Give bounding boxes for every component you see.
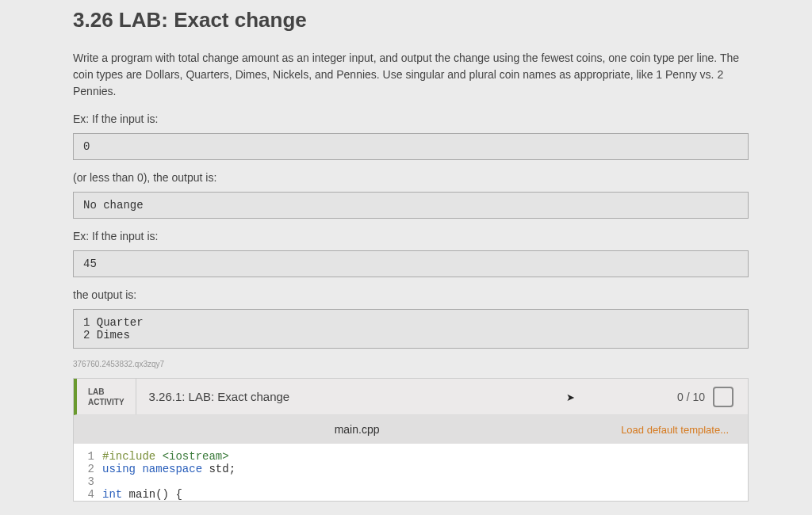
editor-line[interactable]: 3: [74, 475, 748, 488]
example2-output-line: 1 Quarter: [83, 316, 738, 329]
line-number: 3: [74, 475, 102, 488]
editor-line[interactable]: 2using namespace std;: [74, 463, 748, 475]
example2-input-box: 45: [73, 250, 749, 277]
activity-type-line2: ACTIVITY: [88, 397, 124, 407]
example1-output: No change: [83, 199, 738, 212]
example2-input: 45: [83, 258, 738, 270]
cursor-icon: ➤: [566, 391, 575, 403]
load-template-link[interactable]: Load default template...: [621, 424, 729, 436]
code-content[interactable]: int main() {: [102, 488, 182, 501]
page-title: 3.26 LAB: Exact change: [73, 8, 749, 32]
example2-note: the output is:: [73, 288, 749, 301]
description: Write a program with total change amount…: [73, 50, 749, 100]
example1-label: Ex: If the input is:: [73, 113, 749, 125]
file-bar: main.cpp Load default template...: [74, 415, 748, 444]
footer-id: 376760.2453832.qx3zqy7: [73, 360, 749, 368]
line-number: 1: [74, 450, 102, 463]
example1-input-box: 0: [73, 133, 749, 160]
line-number: 2: [74, 463, 102, 475]
example2-label: Ex: If the input is:: [73, 230, 749, 242]
score-checkbox[interactable]: [713, 387, 733, 407]
editor-line[interactable]: 1#include <iostream>: [74, 450, 748, 463]
example2-output-box: 1 Quarter2 Dimes: [73, 309, 749, 349]
activity-type-line1: LAB: [88, 387, 124, 397]
example1-note: (or less than 0), the output is:: [73, 171, 749, 184]
file-name: main.cpp: [93, 423, 621, 436]
activity-title: 3.26.1: LAB: Exact change: [136, 379, 663, 414]
activity-header: LAB ACTIVITY 3.26.1: LAB: Exact change ➤…: [74, 379, 748, 415]
code-editor[interactable]: 1#include <iostream>2using namespace std…: [74, 444, 748, 501]
activity-type-label: LAB ACTIVITY: [77, 379, 136, 414]
code-content[interactable]: #include <iostream>: [102, 450, 229, 463]
example1-output-box: No change: [73, 192, 749, 219]
line-number: 4: [74, 488, 102, 501]
code-content[interactable]: using namespace std;: [102, 463, 236, 475]
editor-line[interactable]: 4int main() {: [74, 488, 748, 501]
example1-input: 0: [83, 140, 738, 153]
example2-output-line: 2 Dimes: [83, 329, 738, 341]
activity-score: 0 / 10: [677, 391, 705, 403]
activity-box: LAB ACTIVITY 3.26.1: LAB: Exact change ➤…: [73, 378, 749, 502]
